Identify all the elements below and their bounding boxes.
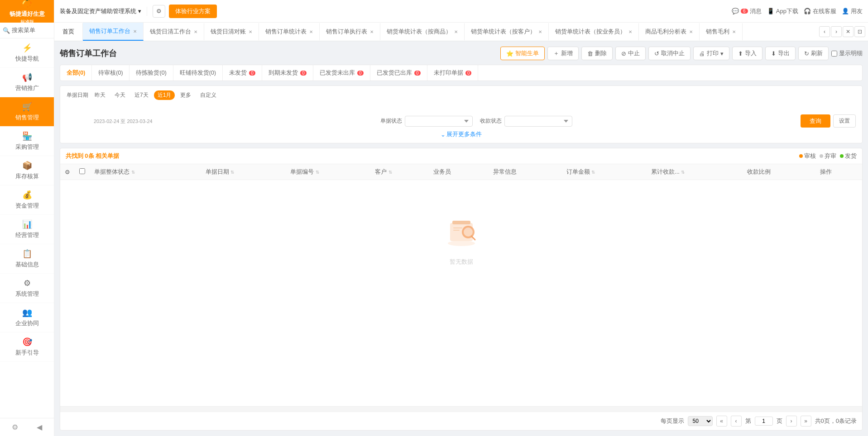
online-service-btn[interactable]: 🎧 在线客服 bbox=[804, 7, 836, 15]
date-opt-1month[interactable]: 近1月 bbox=[154, 90, 175, 100]
sidebar-item-basic-info[interactable]: 📋 基础信息 bbox=[0, 244, 54, 274]
last-page-btn[interactable]: » bbox=[801, 416, 811, 427]
sub-tab-shipped-not-out[interactable]: 已发货未出库 0 bbox=[313, 65, 370, 81]
date-opt-custom[interactable]: 自定义 bbox=[197, 90, 220, 100]
sub-tab-overdue[interactable]: 到期未发货 0 bbox=[262, 65, 313, 81]
user-menu-btn[interactable]: 👤 用友 bbox=[842, 7, 863, 15]
review-action-btn[interactable]: 审核 bbox=[799, 152, 816, 160]
horizontal-scrollbar[interactable] bbox=[60, 406, 862, 412]
sidebar-search[interactable]: 🔍 搜索菜单 bbox=[0, 23, 54, 38]
sidebar-item-quick-nav[interactable]: ⚡ 快捷导航 bbox=[0, 38, 54, 68]
select-all-checkbox[interactable] bbox=[79, 168, 85, 174]
sidebar-item-system[interactable]: ⚙ 系统管理 bbox=[0, 274, 54, 303]
tab-salesperson-stats[interactable]: 销货单统计表（按业务员） ✕ bbox=[549, 23, 639, 40]
tab-close-icon[interactable]: ✕ bbox=[689, 29, 693, 34]
new-btn[interactable]: ＋ 新增 bbox=[547, 47, 579, 60]
tabs-prev-btn[interactable]: ‹ bbox=[819, 26, 830, 37]
tab-reconcile[interactable]: 钱货日清对账 ✕ bbox=[204, 23, 259, 40]
status-select[interactable] bbox=[405, 116, 473, 127]
th-date[interactable]: 单据日期 ⇅ bbox=[201, 164, 286, 180]
sidebar-item-finance[interactable]: 💰 资金管理 bbox=[0, 185, 54, 215]
expand-filter-btn[interactable]: ⌄ 展开更多条件 bbox=[441, 130, 482, 138]
next-page-btn[interactable]: › bbox=[786, 416, 797, 427]
tab-sales-exec[interactable]: 销售订单执行表 ✕ bbox=[320, 23, 380, 40]
tab-customer-stats[interactable]: 销货单统计表（按客户） ✕ bbox=[465, 23, 549, 40]
svg-point-0 bbox=[448, 241, 475, 246]
date-opt-today[interactable]: 今天 bbox=[111, 90, 129, 100]
date-opt-more[interactable]: 更多 bbox=[177, 90, 195, 100]
topbar-settings-btn[interactable]: ⚙ bbox=[153, 5, 165, 18]
smart-create-btn[interactable]: ⭐ 智能生单 bbox=[500, 47, 545, 60]
tabs-expand-btn[interactable]: ⊡ bbox=[854, 26, 865, 37]
tab-sales-stats[interactable]: 销售订单统计表 ✕ bbox=[259, 23, 320, 40]
refresh-btn[interactable]: ↻ 刷新 bbox=[798, 47, 829, 60]
sub-tab-shipped-out[interactable]: 已发货已出库 0 bbox=[370, 65, 427, 81]
sidebar-collapse-btn[interactable]: ◀ bbox=[37, 423, 42, 431]
export-btn[interactable]: ⬇ 导出 bbox=[765, 47, 796, 60]
th-abnormal[interactable]: 异常信息 bbox=[489, 164, 561, 180]
abandon-review-action-btn[interactable]: 弃审 bbox=[820, 152, 836, 160]
tab-daily-clear[interactable]: 钱货日清工作台 ✕ bbox=[144, 23, 204, 40]
system-title-dropdown[interactable]: 装备及固定资产辅助管理系统 ▾ bbox=[60, 7, 141, 15]
import-btn[interactable]: ⬆ 导入 bbox=[732, 47, 762, 60]
th-salesperson[interactable]: 业务员 bbox=[429, 164, 489, 180]
delete-btn[interactable]: 🗑 删除 bbox=[581, 47, 613, 60]
sidebar-item-purchase[interactable]: 🏪 采购管理 bbox=[0, 127, 54, 156]
sub-tab-all[interactable]: 全部(0) bbox=[60, 65, 92, 81]
tabs-close-btn[interactable]: ✕ bbox=[843, 26, 854, 37]
sidebar-item-guide[interactable]: 🎯 新手引导 bbox=[0, 332, 54, 362]
tab-close-icon[interactable]: ✕ bbox=[194, 29, 197, 34]
tab-close-icon[interactable]: ✕ bbox=[538, 29, 542, 34]
sub-tab-pending-check[interactable]: 待拣验货(0) bbox=[129, 65, 173, 81]
tab-close-icon[interactable]: ✕ bbox=[628, 29, 632, 34]
sub-tab-wangpu[interactable]: 旺铺待发货(0) bbox=[173, 65, 223, 81]
sidebar-item-inventory[interactable]: 📦 库存核算 bbox=[0, 156, 54, 185]
sidebar-item-marketing[interactable]: 📢 营销推广 bbox=[0, 68, 54, 97]
filter-setting-btn[interactable]: 设置 bbox=[833, 114, 856, 128]
page-number-input[interactable] bbox=[755, 417, 773, 426]
page-size-select[interactable]: 10 20 50 100 bbox=[688, 416, 713, 426]
app-download-btn[interactable]: 📱 App下载 bbox=[767, 7, 798, 15]
ship-action-btn[interactable]: 发货 bbox=[840, 152, 857, 160]
tab-margin-analysis[interactable]: 商品毛利分析表 ✕ bbox=[639, 23, 700, 40]
stop-btn[interactable]: ⊘ 中止 bbox=[615, 47, 646, 60]
tab-sales-workbench[interactable]: 销售订单工作台 ✕ bbox=[83, 23, 144, 41]
th-settings[interactable]: ⚙ bbox=[60, 164, 75, 180]
date-opt-7days[interactable]: 近7天 bbox=[131, 90, 152, 100]
first-page-btn[interactable]: « bbox=[716, 416, 727, 427]
sub-tab-pending-review[interactable]: 待审核(0) bbox=[92, 65, 129, 81]
show-detail-label[interactable]: 显示明细 bbox=[831, 49, 863, 57]
sidebar-item-sales[interactable]: 🛒 销售管理 bbox=[0, 97, 54, 127]
sub-tab-not-shipped[interactable]: 未发货 0 bbox=[223, 65, 262, 81]
query-btn[interactable]: 查询 bbox=[801, 114, 830, 128]
show-detail-checkbox[interactable] bbox=[831, 51, 837, 57]
tab-close-icon[interactable]: ✕ bbox=[133, 29, 137, 34]
sidebar-item-operations[interactable]: 📊 经营管理 bbox=[0, 215, 54, 244]
tab-close-icon[interactable]: ✕ bbox=[370, 29, 374, 34]
solution-btn[interactable]: 体验行业方案 bbox=[169, 5, 217, 18]
message-btn[interactable]: 💬 6 消息 bbox=[732, 7, 762, 15]
tab-close-icon[interactable]: ✕ bbox=[454, 29, 458, 34]
th-amount[interactable]: 订单金额 ⇅ bbox=[562, 164, 647, 180]
th-cumulative[interactable]: 累计收款... ⇅ bbox=[647, 164, 743, 180]
sidebar-settings-btn[interactable]: ⚙ bbox=[12, 423, 18, 431]
th-checkbox[interactable] bbox=[75, 164, 90, 180]
sub-tab-not-printed[interactable]: 未打印单据 0 bbox=[427, 65, 479, 81]
date-opt-yesterday[interactable]: 昨天 bbox=[91, 90, 109, 100]
th-status[interactable]: 单据整体状态 ⇅ bbox=[90, 164, 201, 180]
tabs-next-btn[interactable]: › bbox=[831, 26, 842, 37]
tab-close-icon[interactable]: ✕ bbox=[249, 29, 252, 34]
tab-close-icon[interactable]: ✕ bbox=[309, 29, 313, 34]
print-btn[interactable]: 🖨 打印 ▾ bbox=[693, 47, 729, 60]
table-scroll[interactable]: ⚙ 单据整体状态 ⇅ 单据日期 ⇅ bbox=[60, 164, 862, 406]
th-customer[interactable]: 客户 ⇅ bbox=[370, 164, 429, 180]
tab-goods-stats[interactable]: 销货单统计表（按商品） ✕ bbox=[380, 23, 465, 40]
tab-sales-margin[interactable]: 销售毛利 ✕ bbox=[700, 23, 743, 40]
cancel-stop-btn[interactable]: ↺ 取消中止 bbox=[648, 47, 691, 60]
th-number[interactable]: 单据编号 ⇅ bbox=[286, 164, 370, 180]
tab-home[interactable]: 首页 bbox=[54, 23, 83, 40]
tab-close-icon[interactable]: ✕ bbox=[732, 29, 736, 34]
sidebar-item-cooperation[interactable]: 👥 企业协同 bbox=[0, 303, 54, 332]
payment-select[interactable] bbox=[504, 116, 572, 127]
prev-page-btn[interactable]: ‹ bbox=[731, 416, 742, 427]
